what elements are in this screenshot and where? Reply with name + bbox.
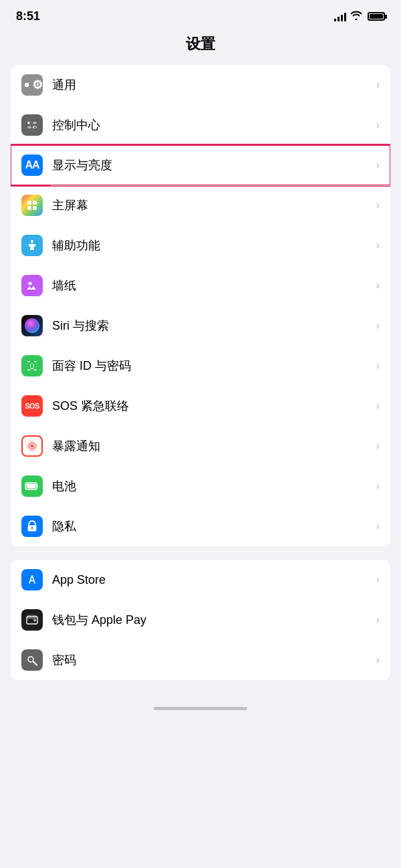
svg-point-18 bbox=[31, 445, 33, 447]
svg-point-0 bbox=[25, 84, 29, 87]
svg-rect-8 bbox=[33, 201, 37, 205]
settings-row-sos[interactable]: SOS SOS 紧急联络 › bbox=[11, 386, 390, 426]
homescreen-label: 主屏幕 bbox=[52, 197, 376, 213]
settings-row-homescreen[interactable]: 主屏幕 › bbox=[11, 185, 390, 225]
page-title-container: 设置 bbox=[0, 29, 401, 65]
faceid-chevron: › bbox=[376, 360, 380, 372]
wallet-label: 钱包与 Apple Pay bbox=[52, 612, 376, 628]
display-label: 显示与亮度 bbox=[52, 157, 376, 173]
status-bar: 8:51 bbox=[0, 0, 401, 29]
svg-rect-7 bbox=[27, 201, 31, 205]
exposure-chevron: › bbox=[376, 440, 380, 452]
general-chevron: › bbox=[376, 79, 380, 91]
svg-rect-14 bbox=[34, 361, 37, 362]
homescreen-icon bbox=[21, 195, 43, 216]
homescreen-chevron: › bbox=[376, 199, 380, 211]
svg-point-5 bbox=[29, 122, 31, 124]
svg-rect-23 bbox=[27, 484, 36, 489]
exposure-icon bbox=[21, 435, 43, 457]
svg-rect-2 bbox=[33, 122, 37, 124]
svg-point-25 bbox=[31, 527, 33, 528]
faceid-icon bbox=[21, 355, 43, 376]
sos-chevron: › bbox=[376, 400, 380, 412]
appstore-icon bbox=[21, 569, 43, 590]
general-label: 通用 bbox=[52, 77, 376, 93]
privacy-chevron: › bbox=[376, 520, 380, 532]
settings-row-accessibility[interactable]: 辅助功能 › bbox=[11, 225, 390, 265]
settings-row-privacy[interactable]: 隐私 › bbox=[11, 506, 390, 546]
settings-row-control-center[interactable]: 控制中心 › bbox=[11, 105, 390, 145]
exposure-label: 暴露通知 bbox=[52, 438, 376, 454]
settings-row-password[interactable]: 密码 › bbox=[11, 640, 390, 680]
page-title: 设置 bbox=[186, 35, 215, 52]
home-indicator bbox=[0, 693, 401, 716]
status-time: 8:51 bbox=[16, 9, 40, 23]
svg-rect-28 bbox=[33, 619, 36, 621]
settings-row-display[interactable]: AA 显示与亮度 › bbox=[11, 145, 390, 185]
home-bar bbox=[154, 707, 247, 710]
siri-icon bbox=[21, 315, 43, 336]
accessibility-icon bbox=[21, 235, 43, 256]
toggles-icon bbox=[21, 114, 43, 136]
status-icons bbox=[334, 11, 385, 22]
privacy-label: 隐私 bbox=[52, 518, 376, 534]
settings-row-battery[interactable]: 电池 › bbox=[11, 466, 390, 506]
settings-row-wallet[interactable]: 钱包与 Apple Pay › bbox=[11, 600, 390, 640]
display-chevron: › bbox=[376, 159, 380, 171]
wallpaper-chevron: › bbox=[376, 280, 380, 292]
signal-icon bbox=[334, 12, 346, 21]
sos-label: SOS 紧急联络 bbox=[52, 398, 376, 414]
password-chevron: › bbox=[376, 654, 380, 666]
siri-label: Siri 与搜索 bbox=[52, 318, 376, 334]
svg-rect-3 bbox=[27, 126, 31, 129]
settings-row-appstore[interactable]: App Store › bbox=[11, 560, 390, 600]
battery-icon bbox=[368, 12, 385, 21]
settings-group-1: ⚙ 通用 › 控制中心 › AA 显示与亮度 › bbox=[11, 65, 390, 546]
battery-chevron: › bbox=[376, 480, 380, 492]
wallet-icon bbox=[21, 609, 43, 631]
privacy-icon bbox=[21, 516, 43, 537]
svg-rect-10 bbox=[33, 206, 37, 210]
control-center-chevron: › bbox=[376, 119, 380, 131]
display-icon: AA bbox=[21, 154, 43, 176]
wallpaper-label: 墙纸 bbox=[52, 278, 376, 294]
gear-icon: ⚙ bbox=[21, 74, 43, 96]
settings-row-siri[interactable]: Siri 与搜索 › bbox=[11, 306, 390, 346]
appstore-label: App Store bbox=[52, 573, 376, 587]
control-center-label: 控制中心 bbox=[52, 117, 376, 133]
svg-point-6 bbox=[34, 126, 36, 128]
settings-row-faceid[interactable]: 面容 ID 与密码 › bbox=[11, 346, 390, 386]
faceid-label: 面容 ID 与密码 bbox=[52, 358, 376, 374]
siri-chevron: › bbox=[376, 320, 380, 332]
battery-label: 电池 bbox=[52, 478, 376, 494]
svg-point-11 bbox=[31, 240, 33, 243]
battery-settings-icon bbox=[21, 475, 43, 497]
accessibility-label: 辅助功能 bbox=[52, 237, 376, 253]
svg-point-12 bbox=[29, 282, 32, 286]
password-label: 密码 bbox=[52, 652, 376, 668]
svg-rect-9 bbox=[27, 206, 31, 210]
svg-rect-15 bbox=[27, 370, 30, 371]
appstore-chevron: › bbox=[376, 574, 380, 586]
sos-icon: SOS bbox=[21, 395, 43, 417]
settings-group-2: App Store › 钱包与 Apple Pay › 密码 › bbox=[11, 560, 390, 680]
password-icon bbox=[21, 649, 43, 671]
wallpaper-icon bbox=[21, 275, 43, 296]
settings-row-exposure[interactable]: 暴露通知 › bbox=[11, 426, 390, 466]
accessibility-chevron: › bbox=[376, 239, 380, 251]
svg-rect-16 bbox=[34, 370, 37, 371]
settings-row-wallpaper[interactable]: 墙纸 › bbox=[11, 265, 390, 306]
wifi-icon bbox=[350, 11, 362, 22]
wallet-chevron: › bbox=[376, 614, 380, 626]
svg-rect-13 bbox=[27, 361, 30, 362]
settings-row-general[interactable]: ⚙ 通用 › bbox=[11, 65, 390, 105]
svg-point-17 bbox=[31, 363, 32, 364]
